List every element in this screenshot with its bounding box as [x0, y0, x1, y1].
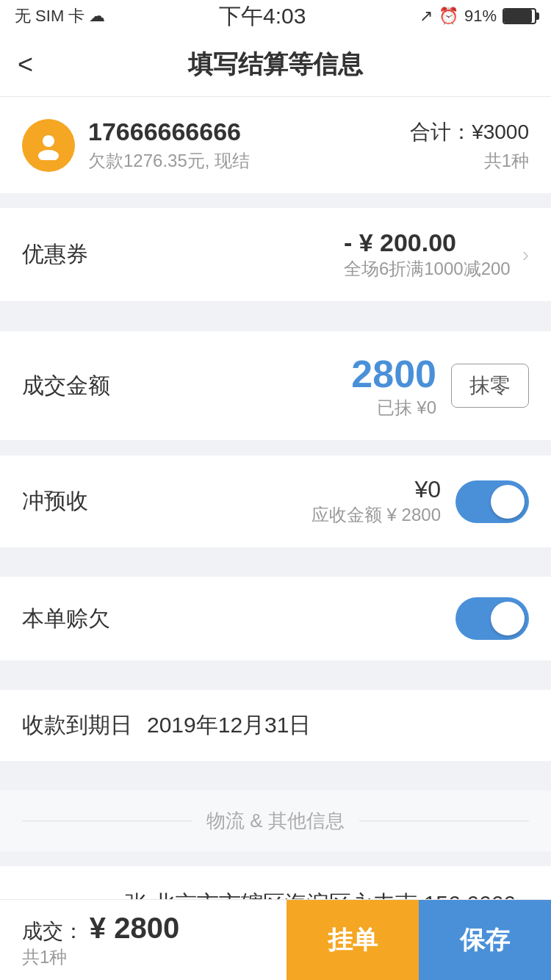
logistics-label: 物流 & 其他信息 — [206, 808, 345, 834]
alarm-icon: ⏰ — [439, 7, 458, 26]
bottom-deal-row: 成交： ¥ 2800 — [22, 912, 264, 945]
status-left: 无 SIM 卡 ☁ — [15, 5, 105, 27]
separator-1 — [0, 317, 551, 331]
coupon-section: 优惠券 - ¥ 200.00 全场6折满1000减200 › — [0, 208, 551, 302]
page-title: 填写结算等信息 — [188, 48, 363, 82]
save-button[interactable]: 保存 — [419, 900, 551, 981]
prepay-label: 冲预收 — [22, 486, 88, 516]
back-button[interactable]: < — [18, 49, 33, 80]
deal-sub: 已抹 ¥0 — [351, 396, 436, 419]
coupon-label: 优惠券 — [22, 239, 88, 270]
due-date-value: 2019年12月31日 — [147, 710, 311, 741]
owing-row: 本单赊欠 — [0, 577, 551, 660]
status-right: ↗ ⏰ 91% — [419, 7, 536, 26]
status-time: 下午4:03 — [219, 1, 306, 32]
avatar — [22, 119, 75, 172]
deal-value: 2800 — [351, 352, 436, 396]
separator-5 — [0, 776, 551, 790]
prepay-values: ¥0 应收金额 ¥ 2800 — [311, 476, 441, 527]
customer-right: 合计：¥3000 共1种 — [410, 118, 529, 173]
bottom-deal-label: 成交： — [22, 920, 84, 943]
location-icon: ↗ — [419, 7, 433, 26]
separator-6 — [0, 851, 551, 866]
total-label-text: 合计： — [410, 120, 472, 143]
divider-line-right — [359, 821, 529, 821]
chevron-right-icon: › — [522, 243, 529, 267]
pending-button[interactable]: 挂单 — [287, 900, 419, 981]
separator-4 — [0, 675, 551, 690]
separator-3 — [0, 562, 551, 577]
due-date-row[interactable]: 收款到期日 2019年12月31日 — [0, 690, 551, 761]
deal-right: 2800 已抹 ¥0 抹零 — [351, 352, 529, 419]
due-date-label: 收款到期日 — [22, 710, 132, 741]
sim-status: 无 SIM 卡 ☁ — [15, 5, 105, 27]
content-area: 17666666666 欠款1276.35元, 现结 合计：¥3000 共1种 … — [0, 97, 551, 980]
owing-toggle[interactable] — [455, 597, 529, 640]
logistics-divider: 物流 & 其他信息 — [0, 790, 551, 851]
bottom-summary: 成交： ¥ 2800 共1种 — [0, 912, 287, 969]
customer-count: 共1种 — [410, 149, 529, 173]
total-label: 合计：¥3000 — [410, 118, 529, 146]
customer-sub: 欠款1276.35元, 现结 — [88, 149, 250, 173]
deal-row: 成交金额 2800 已抹 ¥0 抹零 — [0, 331, 551, 441]
owing-section: 本单赊欠 — [0, 577, 551, 660]
bottom-bar: 成交： ¥ 2800 共1种 挂单 保存 — [0, 899, 551, 980]
prepay-toggle[interactable] — [455, 480, 529, 523]
customer-phone: 17666666666 — [88, 118, 250, 146]
customer-row: 17666666666 欠款1276.35元, 现结 合计：¥3000 共1种 — [0, 97, 551, 193]
coupon-right: - ¥ 200.00 全场6折满1000减200 › — [344, 228, 529, 281]
bottom-amount: ¥ 2800 — [90, 912, 179, 944]
nav-bar: < 填写结算等信息 — [0, 32, 551, 97]
prepay-sub: 应收金额 ¥ 2800 — [311, 503, 441, 527]
prepay-right: ¥0 应收金额 ¥ 2800 — [311, 476, 529, 527]
coupon-row[interactable]: 优惠券 - ¥ 200.00 全场6折满1000减200 › — [0, 208, 551, 302]
total-value: ¥3000 — [472, 120, 529, 143]
divider-line-left — [22, 821, 192, 821]
due-date-section: 收款到期日 2019年12月31日 — [0, 690, 551, 761]
owing-label: 本单赊欠 — [22, 604, 110, 634]
customer-left: 17666666666 欠款1276.35元, 现结 — [22, 118, 250, 173]
coupon-sub: 全场6折满1000减200 — [344, 257, 511, 281]
svg-point-1 — [38, 150, 59, 160]
battery-percent: 91% — [464, 7, 497, 26]
customer-info: 17666666666 欠款1276.35元, 现结 — [88, 118, 250, 173]
deal-section: 成交金额 2800 已抹 ¥0 抹零 冲预收 ¥0 应收金额 ¥ 2800 — [0, 331, 551, 547]
battery-icon — [503, 8, 536, 24]
deal-label: 成交金额 — [22, 371, 110, 401]
bottom-count: 共1种 — [22, 945, 264, 969]
svg-point-0 — [43, 135, 54, 147]
status-bar: 无 SIM 卡 ☁ 下午4:03 ↗ ⏰ 91% — [0, 0, 551, 32]
round-button[interactable]: 抹零 — [451, 364, 529, 408]
prepay-amount: ¥0 — [311, 476, 441, 503]
separator-2 — [0, 441, 551, 455]
coupon-value: - ¥ 200.00 — [344, 228, 511, 257]
prepay-row: 冲预收 ¥0 应收金额 ¥ 2800 — [0, 455, 551, 547]
